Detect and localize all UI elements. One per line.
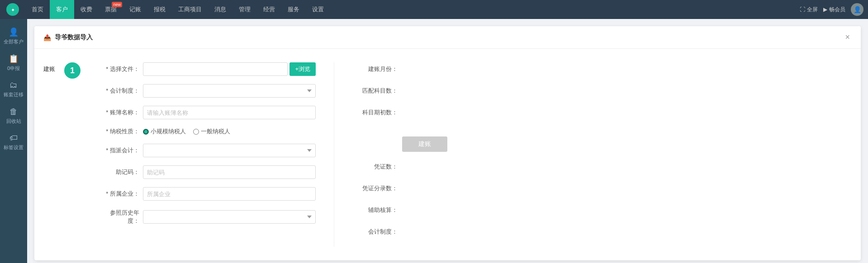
all-customers-icon: 👤	[9, 27, 19, 37]
ledger-name-input[interactable]	[143, 106, 316, 119]
nav-item-service[interactable]: 服务	[281, 0, 306, 19]
memo-input[interactable]	[143, 165, 316, 179]
nav-item-invoice[interactable]: 票据new	[99, 0, 123, 19]
account-month-label: 建账月份：	[352, 65, 398, 73]
panel-title-area: 📤 导爷数据导入	[43, 33, 93, 42]
tax-general-radio[interactable]	[193, 129, 199, 135]
file-row: * 选择文件： +浏览	[99, 62, 316, 76]
svg-text:✦: ✦	[11, 7, 15, 13]
tag-settings-icon: 🏷	[9, 133, 18, 143]
accounting-system-select[interactable]	[143, 84, 316, 98]
voucher-row: 凭证数：	[352, 160, 533, 174]
fullscreen-button[interactable]: ⛶ 全屏	[800, 6, 818, 14]
tax-small-option[interactable]: 小规模纳税人	[143, 127, 186, 136]
accounting-system-result-row: 会计制度：	[352, 225, 533, 239]
memo-label: 助记码：	[99, 168, 139, 176]
match-subject-row: 匹配科目数：	[352, 84, 533, 98]
nav-item-bookkeeping[interactable]: 记账	[123, 0, 147, 19]
top-nav-right: ⛶ 全屏 ▶ 畅会员 👤	[800, 3, 863, 16]
accounting-system-result-label: 会计制度：	[352, 228, 398, 236]
nav-item-settings[interactable]: 设置	[306, 0, 330, 19]
company-label: * 所属企业：	[99, 190, 139, 198]
accounting-system-label: * 会计制度：	[99, 87, 139, 95]
sidebar-item-label-all-customers: 全部客户	[4, 39, 24, 45]
vip-icon: ▶	[823, 6, 827, 13]
file-input-group: +浏览	[143, 62, 316, 76]
account-migration-icon: 🗂	[9, 80, 18, 90]
sidebar-item-label-account-migration: 账套迁移	[4, 92, 24, 98]
sidebar-item-tag-settings[interactable]: 🏷标签设置	[1, 130, 26, 154]
ledger-name-label: * 账簿名称：	[99, 108, 139, 117]
step-label: 建账	[43, 65, 55, 73]
tax-type-radio-group: 小规模纳税人 一般纳税人	[143, 127, 316, 136]
vip-button[interactable]: ▶ 畅会员	[823, 6, 845, 14]
voucher-records-label: 凭证分录数：	[352, 184, 398, 193]
sidebar-item-label-tag-settings: 标签设置	[4, 145, 24, 150]
nav-item-tax[interactable]: 报税	[147, 0, 172, 19]
sidebar-item-label-declaration: 0申报	[7, 66, 20, 71]
auxiliary-label: 辅助核算：	[352, 206, 398, 214]
sidebar-item-all-customers[interactable]: 👤全部客户	[1, 23, 26, 48]
sidebar: 👤全部客户📋0申报🗂账套迁移🗑回收站🏷标签设置	[0, 19, 27, 263]
nav-item-message[interactable]: 消息	[208, 0, 232, 19]
subject-initial-row: 科目期初数：	[352, 106, 533, 119]
history-year-select[interactable]	[143, 210, 316, 224]
tax-general-label: 一般纳税人	[201, 127, 230, 136]
auxiliary-row: 辅助核算：	[352, 203, 533, 217]
ledger-name-row: * 账簿名称：	[99, 106, 316, 119]
build-account-button[interactable]: 建账	[402, 136, 447, 152]
tax-small-radio[interactable]	[143, 129, 149, 135]
recycle-icon: 🗑	[9, 107, 18, 117]
history-year-row: 参照历史年度：	[99, 209, 316, 225]
file-input[interactable]	[143, 62, 288, 76]
avatar[interactable]: 👤	[851, 3, 863, 16]
company-row: * 所属企业：	[99, 187, 316, 201]
voucher-label: 凭证数：	[352, 163, 398, 171]
tax-small-label: 小规模纳税人	[151, 127, 186, 136]
sidebar-item-recycle[interactable]: 🗑回收站	[1, 103, 26, 128]
panel-header: 📤 导爷数据导入 ×	[34, 26, 861, 49]
accounting-system-row: * 会计制度：	[99, 84, 316, 98]
nav-items: 首页客户收费票据new记账报税工商项目消息管理经营服务设置	[25, 0, 800, 19]
tax-general-option[interactable]: 一般纳税人	[193, 127, 230, 136]
file-label: * 选择文件：	[99, 65, 139, 73]
nav-item-business[interactable]: 工商项目	[172, 0, 208, 19]
sidebar-item-account-migration[interactable]: 🗂账套迁移	[1, 77, 26, 101]
nav-item-home[interactable]: 首页	[25, 0, 50, 19]
accountant-select[interactable]	[143, 144, 316, 157]
fullscreen-icon: ⛶	[800, 6, 805, 13]
nav-item-manage[interactable]: 管理	[232, 0, 257, 19]
info-section: 建账月份： 匹配科目数： 科目期初数： 建账	[352, 62, 533, 247]
section-divider	[334, 62, 334, 247]
import-panel: 📤 导爷数据导入 × 建账 1 * 选择文件：	[34, 26, 861, 260]
company-input[interactable]	[143, 187, 316, 201]
form-section: * 选择文件： +浏览 * 会计制度：	[99, 62, 316, 247]
step-section: 建账 1	[43, 62, 81, 247]
panel-title-icon: 📤	[43, 34, 51, 41]
fullscreen-label: 全屏	[807, 6, 818, 14]
sidebar-item-label-recycle: 回收站	[6, 118, 21, 124]
accountant-label: * 指派会计：	[99, 146, 139, 155]
panel-close-button[interactable]: ×	[843, 33, 852, 42]
memo-row: 助记码：	[99, 165, 316, 179]
main-layout: 👤全部客户📋0申报🗂账套迁移🗑回收站🏷标签设置 📤 导爷数据导入 × 建账 1	[0, 19, 868, 263]
voucher-records-row: 凭证分录数：	[352, 182, 533, 195]
tax-type-row: * 纳税性质： 小规模纳税人 一般纳税人	[99, 127, 316, 136]
badge-new: new	[112, 2, 122, 7]
nav-item-operation[interactable]: 经营	[257, 0, 281, 19]
subject-initial-label: 科目期初数：	[352, 108, 398, 117]
sidebar-item-declaration[interactable]: 📋0申报	[1, 50, 26, 75]
app-logo: ✦	[5, 1, 21, 18]
nav-item-customer[interactable]: 客户	[50, 0, 74, 19]
browse-button[interactable]: +浏览	[289, 62, 316, 76]
declaration-icon: 📋	[9, 54, 19, 64]
nav-item-fee[interactable]: 收费	[74, 0, 99, 19]
tax-type-label: * 纳税性质：	[99, 127, 139, 136]
vip-label: 畅会员	[829, 6, 845, 14]
avatar-icon: 👤	[854, 6, 861, 13]
account-month-row: 建账月份：	[352, 62, 533, 76]
accountant-row: * 指派会计：	[99, 144, 316, 157]
top-navigation: ✦ 首页客户收费票据new记账报税工商项目消息管理经营服务设置 ⛶ 全屏 ▶ 畅…	[0, 0, 868, 19]
panel-body: 建账 1 * 选择文件： +浏览 * 会计制度：	[34, 49, 861, 260]
panel-title: 导爷数据导入	[55, 33, 93, 42]
